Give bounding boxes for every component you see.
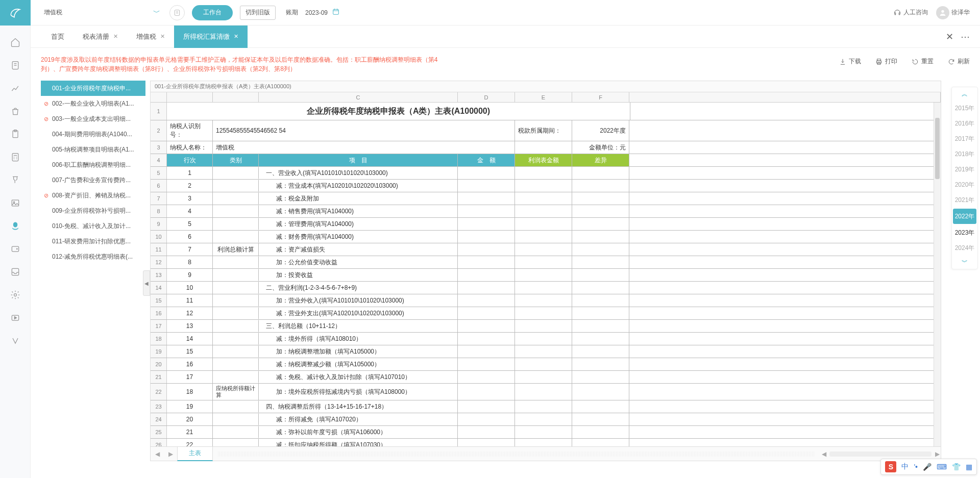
project-cell[interactable]: 一、营业收入(填写A101010\101020\103000) [259,167,458,179]
print-button[interactable]: 打印 [875,57,897,66]
collapse-tree-handle[interactable]: ◀ [143,270,150,296]
project-cell[interactable]: 加：投资收益 [259,269,458,281]
profit-cell[interactable] [515,384,572,400]
nav-chart-icon[interactable] [0,77,31,99]
note-button[interactable] [169,5,185,20]
amount-cell[interactable] [458,180,515,192]
tab-1[interactable]: 税表清册✕ [74,26,127,48]
year-item[interactable]: 2021年 [952,192,977,208]
year-item[interactable]: 2023年 [952,225,977,240]
close-icon[interactable]: ✕ [113,33,118,40]
year-item[interactable]: 2019年 [952,162,977,177]
diff-cell[interactable] [572,243,629,256]
project-cell[interactable]: 减：税金及附加 [259,192,458,205]
amount-cell[interactable] [458,218,515,230]
tree-item-6[interactable]: 007-广告费和业务宣传费跨... [41,172,145,188]
project-cell[interactable]: 加：境外应税所得抵减境内亏损（填写A108000） [259,384,458,400]
profit-cell[interactable] [515,218,572,230]
amount-cell[interactable] [458,243,515,256]
tree-item-1[interactable]: ⊘002-一般企业收入明细表(A1... [41,96,145,111]
diff-cell[interactable] [572,400,629,413]
project-cell[interactable]: 加：营业外收入(填写A101010\101020\103000) [259,294,458,307]
ime-mic-icon[interactable]: 🎤 [923,463,932,471]
amount-cell[interactable] [458,333,515,345]
ime-toolbox-icon[interactable]: ▦ [966,463,972,471]
profit-cell[interactable] [515,231,572,243]
nav-inbox-icon[interactable] [0,260,31,283]
diff-cell[interactable] [572,269,629,281]
diff-cell[interactable] [572,439,629,446]
diff-cell[interactable] [572,333,629,345]
amount-cell[interactable] [458,269,515,281]
nav-filter-icon[interactable] [0,168,31,191]
tree-item-7[interactable]: ⊘008-资产折旧、摊销及纳税... [41,188,145,203]
project-cell[interactable]: 减：财务费用(填写A104000) [259,231,458,243]
profit-cell[interactable] [515,205,572,217]
diff-cell[interactable] [572,320,629,332]
tree-item-0[interactable]: 001-企业所得税年度纳税申... [41,81,145,96]
year-item[interactable]: 2018年 [952,146,977,162]
hscroll-left-icon[interactable]: ◀ [820,450,827,458]
amount-cell[interactable] [458,256,515,268]
project-cell[interactable]: 减：所得减免（填写A107020） [259,413,458,425]
project-cell[interactable]: 加：公允价值变动收益 [259,256,458,268]
amount-cell[interactable] [458,426,515,438]
profit-cell[interactable] [515,371,572,383]
project-cell[interactable]: 减：资产减值损失 [259,243,458,256]
project-cell[interactable]: 加：纳税调整增加额（填写A105000） [259,345,458,358]
vertical-scrollbar[interactable] [934,103,941,446]
project-cell[interactable]: 减：营业成本(填写A102010\102020\103000) [259,180,458,192]
project-cell[interactable]: 减：销售费用(填写A104000) [259,205,458,217]
profit-cell[interactable] [515,180,572,192]
diff-cell[interactable] [572,426,629,438]
amount-cell[interactable] [458,400,515,413]
year-item[interactable]: 2015年 [952,100,977,116]
diff-cell[interactable] [572,256,629,268]
nav-v-icon[interactable] [0,329,31,352]
amount-cell[interactable] [458,371,515,383]
nav-doc-icon[interactable] [0,54,31,77]
profit-cell[interactable] [515,243,572,256]
profit-cell[interactable] [515,439,572,446]
profit-cell[interactable] [515,167,572,179]
nav-bag-icon[interactable] [0,99,31,122]
amount-cell[interactable] [458,345,515,358]
profit-cell[interactable] [515,358,572,370]
ime-punct-icon[interactable]: '• [914,463,918,471]
project-cell[interactable]: 四、纳税调整后所得（13-14+15-16-17+18） [259,400,458,413]
tree-item-11[interactable]: 012-减免所得税优惠明细表(... [41,249,145,264]
diff-cell[interactable] [572,345,629,358]
diff-cell[interactable] [572,218,629,230]
more-tabs-icon[interactable]: ⋯ [961,31,971,42]
entity-selector[interactable]: 增值税 ﹀ [41,5,163,21]
profit-cell[interactable] [515,192,572,205]
diff-cell[interactable] [572,192,629,205]
year-down-icon[interactable]: ︾ [952,256,977,269]
tree-item-10[interactable]: 011-研发费用加计扣除优惠... [41,234,145,249]
year-item[interactable]: 2022年 [953,209,976,224]
amount-cell[interactable] [458,358,515,370]
project-cell[interactable]: 减：抵扣应纳税所得额（填写A107030） [259,439,458,446]
amount-cell[interactable] [458,320,515,332]
workbench-button[interactable]: 工作台 [192,5,233,20]
year-item[interactable]: 2017年 [952,131,977,146]
ime-keyboard-icon[interactable]: ⌨ [937,463,947,471]
tree-item-5[interactable]: 006-职工薪酬纳税调整明细... [41,157,145,172]
sheet-tab-main[interactable]: 主表 [177,447,213,461]
switch-old-button[interactable]: 切到旧版 [240,6,276,20]
profit-cell[interactable] [515,320,572,332]
tree-item-4[interactable]: 005-纳税调整项目明细表(A1... [41,142,145,157]
consult-button[interactable]: 人工咨询 [893,8,928,17]
diff-cell[interactable] [572,205,629,217]
tab-2[interactable]: 增值税✕ [127,26,174,48]
nav-wallet-icon[interactable] [0,237,31,260]
profit-cell[interactable] [515,282,572,294]
profit-cell[interactable] [515,294,572,307]
nav-image-icon[interactable] [0,191,31,214]
project-cell[interactable]: 三、利润总额（10+11-12） [259,320,458,332]
calendar-icon[interactable] [332,8,340,17]
amount-cell[interactable] [458,282,515,294]
year-item[interactable]: 2020年 [952,177,977,192]
diff-cell[interactable] [572,358,629,370]
download-button[interactable]: 下载 [839,57,861,66]
